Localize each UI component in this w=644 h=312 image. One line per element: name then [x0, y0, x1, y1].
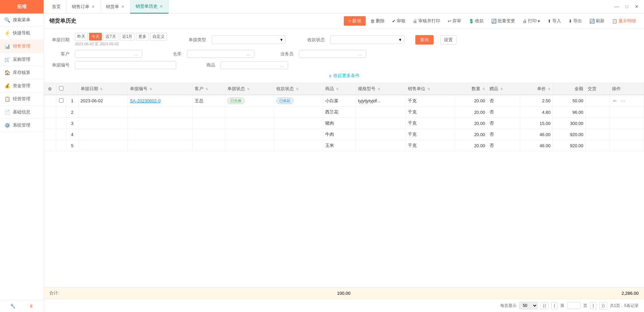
close-btn[interactable]: ✕ — [632, 3, 641, 10]
row-qty: 20.00 — [454, 95, 487, 107]
col-unit[interactable]: 销售单位 ⇅ — [405, 83, 454, 95]
show-detail-button[interactable]: 📋 显示明细 — [609, 17, 639, 25]
tab-sales-delivery[interactable]: 销货单 ✕ — [101, 0, 130, 14]
page-number-input[interactable]: 1 — [567, 302, 581, 309]
col-goods[interactable]: 商品 ⇅ — [323, 83, 356, 95]
col-customer[interactable]: 客户 ⇅ — [193, 83, 225, 95]
row-doc-no[interactable]: SA-20230602-0 — [128, 95, 193, 107]
col-checkbox — [56, 83, 66, 95]
warehouse-input[interactable] — [190, 52, 245, 56]
next-page-btn[interactable]: ⟩ — [590, 302, 596, 309]
row-doc-no[interactable] — [128, 129, 193, 140]
staff-input[interactable] — [302, 52, 357, 56]
warehouse-dots[interactable]: ... — [245, 51, 251, 56]
col-unit-label: 销售单位 — [408, 86, 425, 91]
refresh-label: 刷新 — [596, 18, 605, 24]
date-btn-more[interactable]: 更多 — [136, 33, 149, 41]
sidebar-item-sales-mgmt[interactable]: 📊 销售管理 — [0, 40, 44, 53]
tab-sales-order[interactable]: 销售订单 ✕ — [66, 0, 101, 14]
doc-no-link[interactable]: SA-20230602-0 — [130, 98, 161, 103]
per-page-select[interactable]: 50 100 — [519, 302, 538, 309]
collect-status-select[interactable]: ▾ — [330, 35, 404, 44]
row-doc-no[interactable] — [128, 107, 193, 118]
review-print-button[interactable]: 🖨 审核并打印 — [410, 17, 443, 25]
export-button[interactable]: ⬇ 导出 — [566, 17, 585, 25]
inventory-icon: 🏠 — [4, 70, 10, 75]
sidebar-item-label: 搜索菜单 — [13, 17, 30, 23]
col-doc-date[interactable]: 单据日期 ⇅ — [78, 83, 128, 95]
date-btn-today[interactable]: 今天 — [89, 33, 102, 41]
more-action-icon[interactable]: ⋯ — [620, 98, 625, 104]
col-settings[interactable]: ⚙ — [44, 83, 56, 95]
tab-sales-order-close[interactable]: ✕ — [91, 4, 95, 9]
customer-dots[interactable]: ... — [133, 51, 139, 56]
collect-button[interactable]: 💲 收款 — [466, 17, 486, 25]
settings-button[interactable]: 设置 — [440, 35, 456, 45]
sidebar-item-finance[interactable]: 💰 资金管理 — [0, 79, 44, 93]
col-unit-price[interactable]: 单价 ⇅ — [520, 83, 553, 95]
last-page-btn[interactable]: ⟩⟩ — [599, 302, 607, 309]
goods-input[interactable] — [224, 63, 279, 68]
sidebar-item-basic-info[interactable]: 📄 基础信息 — [0, 106, 44, 119]
refresh-button[interactable]: 🔃 刷新 — [587, 17, 607, 25]
delete-button[interactable]: 🗑 删除 — [368, 17, 387, 25]
print-button[interactable]: 🖨 打印 ▾ — [520, 17, 543, 25]
row-checkbox[interactable] — [59, 98, 63, 103]
row-unit: 千克 — [405, 140, 454, 151]
col-spec[interactable]: 规格型号 ⇅ — [356, 83, 406, 95]
tab-sales-delivery-close[interactable]: ✕ — [121, 4, 124, 9]
col-doc-status[interactable]: 单据状态 ⇅ — [225, 83, 274, 95]
staff-dots[interactable]: ... — [357, 51, 363, 56]
total-info: 共1页，5条记录 — [610, 303, 639, 309]
row-doc-no[interactable] — [128, 118, 193, 129]
query-button[interactable]: 查询 — [415, 35, 433, 45]
batch-change-button[interactable]: 🔄 批量变更 — [488, 17, 518, 25]
sidebar-item-purchase-mgmt[interactable]: 🛒 采购管理 — [0, 53, 44, 66]
table-settings-icon[interactable]: ⚙ — [48, 86, 52, 92]
table-row: 3猪肉千克20.00否15.00300.00 — [44, 118, 644, 129]
import-button[interactable]: ⬆ 导入 — [545, 17, 564, 25]
sidebar-item-quick-nav[interactable]: ⚡ 快捷导航 — [0, 27, 44, 40]
tab-sales-history[interactable]: 销货单历史 ✕ — [130, 0, 169, 14]
maximize-btn[interactable]: □ — [623, 3, 631, 10]
date-btn-custom[interactable]: 自定义 — [150, 33, 167, 41]
minimize-btn[interactable]: — — [612, 3, 621, 10]
customer-input[interactable] — [78, 52, 133, 56]
type-select[interactable]: ▾ — [212, 35, 286, 44]
tab-sales-history-close[interactable]: ✕ — [160, 4, 163, 9]
prev-page-btn[interactable]: ⟨ — [551, 302, 558, 309]
edit-action-icon[interactable]: ✏ — [613, 98, 617, 104]
col-amount-label: 金额 — [575, 86, 583, 91]
row-collect-status — [274, 118, 323, 129]
col-transaction: 交货 — [586, 83, 610, 95]
new-button[interactable]: + 新增 — [344, 16, 366, 26]
review-button[interactable]: ✔ 审核 — [389, 17, 408, 25]
doc-no-input[interactable] — [75, 61, 176, 69]
pause-icon[interactable]: ⏸ — [29, 304, 33, 309]
select-all-checkbox[interactable] — [59, 86, 63, 90]
batch-change-label: 批量变更 — [498, 18, 515, 24]
sidebar-item-inventory[interactable]: 🏠 库存核算 — [0, 66, 44, 79]
date-btn-7days[interactable]: 近7天 — [103, 33, 118, 41]
row-doc-no[interactable] — [128, 140, 193, 151]
goods-dots[interactable]: ... — [279, 63, 285, 68]
settings-bottom-icon[interactable]: 🔧 — [10, 304, 16, 309]
date-btn-1month[interactable]: 近1月 — [120, 33, 135, 41]
sidebar-item-system-mgmt[interactable]: ⚙️ 系统管理 — [0, 119, 44, 132]
sidebar-item-operations[interactable]: 📋 经营管理 — [0, 93, 44, 106]
col-gift[interactable]: 赠品 ⇅ — [487, 83, 520, 95]
date-btn-yesterday[interactable]: 昨天 — [75, 33, 88, 41]
tab-sales-delivery-label: 销货单 — [106, 4, 119, 10]
table-footer: 合计: 100.00 2,286.00 — [44, 287, 644, 299]
row-amount: 920.00 — [553, 129, 585, 140]
tab-home[interactable]: 首页 — [47, 0, 66, 14]
col-collect-status[interactable]: 收款状态 ⇅ — [274, 83, 323, 95]
abandon-button[interactable]: ↩ 弃审 — [445, 17, 464, 25]
sidebar-item-search-menu[interactable]: 🔍 搜索菜单 — [0, 14, 44, 27]
col-doc-no[interactable]: 单据编号 ⇅ — [128, 83, 193, 95]
first-page-btn[interactable]: ⟨⟨ — [540, 302, 549, 309]
row-gift: 否 — [487, 107, 520, 118]
collapse-btn[interactable]: ∧ 收起更多条件 — [49, 73, 639, 79]
col-goods-label: 商品 — [325, 86, 334, 91]
col-qty[interactable]: 数量 ⇅ — [454, 83, 487, 95]
